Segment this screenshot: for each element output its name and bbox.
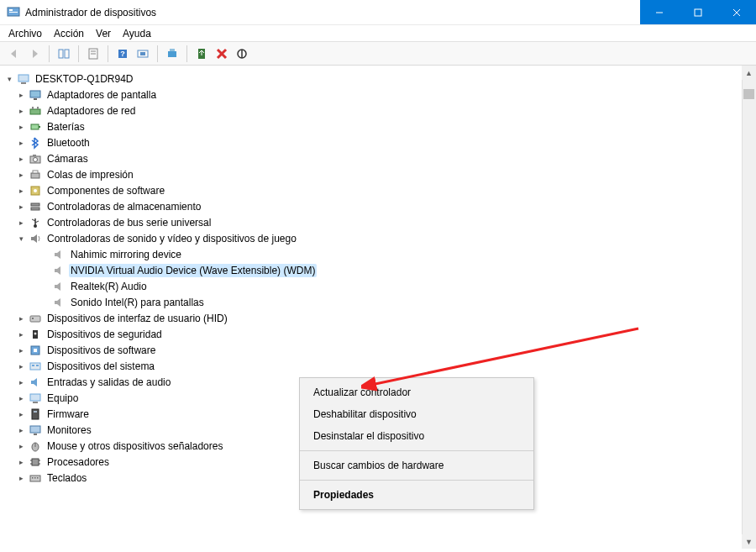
tree-item-label: Nahimic mirroring device: [69, 248, 183, 261]
expand-icon[interactable]: ▸: [15, 440, 27, 452]
tree-category[interactable]: ▸Colas de impresión: [3, 166, 753, 182]
expand-icon[interactable]: ▸: [15, 169, 27, 181]
help-button[interactable]: ?: [113, 45, 132, 63]
collapse-icon[interactable]: ▾: [3, 73, 15, 85]
svg-rect-4: [695, 9, 701, 16]
scan-hardware-button[interactable]: [134, 45, 152, 63]
svg-rect-45: [32, 318, 34, 319]
expand-icon[interactable]: ▸: [15, 392, 27, 404]
tree-category[interactable]: ▾Controladoras de sonido y vídeo y dispo…: [3, 230, 753, 246]
tree-category[interactable]: ▸Dispositivos del sistema: [3, 358, 753, 374]
context-menu-item[interactable]: Deshabilitar dispositivo: [300, 403, 533, 425]
tree-category[interactable]: ▸Dispositivos de interfaz de usuario (HI…: [3, 310, 753, 326]
tree-category[interactable]: ▸Baterías: [3, 118, 753, 134]
expand-icon[interactable]: ▸: [15, 137, 27, 149]
svg-rect-39: [31, 208, 39, 210]
toolbar-separator: [186, 45, 187, 62]
expand-icon[interactable]: ▸: [15, 456, 27, 468]
context-menu-item[interactable]: Buscar cambios de hardware: [300, 455, 533, 476]
svg-rect-30: [39, 126, 40, 128]
expand-icon[interactable]: ▸: [15, 105, 27, 117]
expand-icon[interactable]: ▸: [15, 121, 27, 133]
show-hide-console-button[interactable]: [55, 45, 73, 63]
svg-point-32: [34, 157, 38, 161]
context-menu-item[interactable]: Propiedades: [300, 484, 533, 506]
close-button[interactable]: [717, 0, 756, 24]
audio-io-icon: [29, 376, 42, 389]
context-menu-separator: [300, 450, 533, 451]
expand-icon[interactable]: ▸: [15, 344, 27, 356]
expand-icon[interactable]: ▸: [15, 329, 27, 340]
tree-category[interactable]: ▸Adaptadores de pantalla: [3, 87, 753, 103]
tree-category[interactable]: ▸Cámaras: [3, 150, 753, 166]
menu-ver[interactable]: Ver: [96, 28, 111, 39]
expand-icon[interactable]: ▸: [15, 360, 27, 372]
tree-device[interactable]: Nahimic mirroring device: [3, 246, 753, 262]
collapse-icon[interactable]: ▾: [15, 233, 27, 244]
tree-device[interactable]: Realtek(R) Audio: [3, 278, 753, 294]
tree-category[interactable]: ▸Dispositivos de seguridad: [3, 326, 753, 342]
tree-root-node[interactable]: ▾DESKTOP-Q1DR94D: [3, 71, 753, 87]
tree-category[interactable]: ▸Controladoras de almacenamiento: [3, 198, 753, 214]
maximize-button[interactable]: [679, 0, 717, 24]
expand-icon[interactable]: ▸: [15, 313, 27, 324]
expand-icon[interactable]: ▸: [15, 153, 27, 165]
tree-item-label: Dispositivos del sistema: [45, 360, 156, 373]
tree-category[interactable]: ▸Componentes de software: [3, 182, 753, 198]
svg-rect-51: [32, 365, 34, 366]
tree-item-label: Colas de impresión: [45, 168, 135, 181]
tree-device[interactable]: NVIDIA Virtual Audio Device (Wave Extens…: [3, 262, 753, 278]
svg-rect-58: [34, 434, 37, 435]
back-button[interactable]: [5, 45, 24, 63]
monitor-icon: [29, 423, 42, 437]
tree-device[interactable]: Sonido Intel(R) para pantallas: [3, 294, 753, 310]
window-title: Administrador de dispositivos: [25, 7, 156, 18]
tree-item-label: DESKTOP-Q1DR94D: [34, 72, 134, 86]
print-queue-icon: [29, 168, 42, 181]
enable-device-button[interactable]: [192, 45, 211, 63]
scrollbar[interactable]: ▲ ▼: [742, 66, 756, 549]
bluetooth-icon: [29, 136, 42, 150]
tree-item-label: Componentes de software: [45, 184, 166, 197]
svg-rect-23: [21, 82, 26, 84]
expand-icon[interactable]: ▸: [15, 408, 27, 420]
computer-root-icon: [17, 72, 30, 86]
titlebar: Administrador de dispositivos: [0, 0, 756, 25]
tree-item-label: Controladoras de almacenamiento: [45, 200, 202, 213]
expand-icon[interactable]: ▸: [15, 89, 27, 101]
context-menu-item[interactable]: Desinstalar el dispositivo: [300, 425, 533, 447]
update-driver-button[interactable]: [163, 45, 181, 63]
svg-rect-28: [37, 107, 39, 109]
expand-icon[interactable]: ▸: [15, 201, 27, 213]
tree-category[interactable]: ▸Adaptadores de red: [3, 103, 753, 118]
tree-category[interactable]: ▸Controladoras de bus serie universal: [3, 214, 753, 230]
processor-icon: [29, 455, 42, 469]
expand-icon[interactable]: ▸: [15, 472, 27, 484]
scroll-thumb[interactable]: [743, 89, 754, 99]
tree-item-label: Controladoras de sonido y vídeo y dispos…: [45, 232, 298, 245]
expand-icon[interactable]: ▸: [15, 185, 27, 197]
uninstall-device-button[interactable]: [213, 45, 231, 63]
speaker-icon: [52, 296, 66, 309]
svg-rect-16: [168, 51, 176, 57]
properties-button[interactable]: [84, 45, 102, 63]
minimize-button[interactable]: [640, 0, 679, 24]
expand-icon[interactable]: ▸: [15, 376, 27, 388]
storage-controller-icon: [29, 200, 42, 213]
security-device-icon: [29, 328, 42, 341]
scroll-down-button[interactable]: ▼: [742, 534, 756, 549]
context-menu-item[interactable]: Actualizar controlador: [300, 381, 533, 403]
speaker-icon: [52, 248, 66, 261]
expand-icon[interactable]: ▸: [15, 424, 27, 436]
menu-archivo[interactable]: Archivo: [8, 28, 42, 39]
menu-accion[interactable]: Acción: [54, 28, 84, 39]
forward-button[interactable]: [25, 45, 44, 63]
scroll-up-button[interactable]: ▲: [742, 66, 756, 80]
tree-category[interactable]: ▸Dispositivos de software: [3, 342, 753, 358]
menu-ayuda[interactable]: Ayuda: [123, 28, 151, 39]
svg-rect-38: [31, 203, 39, 206]
expand-icon[interactable]: ▸: [15, 217, 27, 229]
tree-category[interactable]: ▸Bluetooth: [3, 134, 753, 150]
disable-device-button[interactable]: [233, 45, 251, 63]
svg-rect-49: [34, 349, 37, 352]
